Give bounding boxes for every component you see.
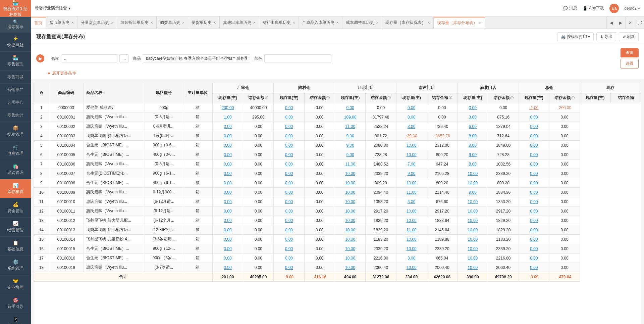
sidebar-item-retail-shop[interactable]: 零售商城 xyxy=(0,71,31,84)
warehouse-input[interactable] xyxy=(61,54,117,62)
table-cell[interactable]: 0.00 xyxy=(274,122,304,131)
tab-check[interactable]: 盘点单历史 ✕ xyxy=(46,17,77,29)
sidebar-item-nav[interactable]: ⚡ 快捷导航 xyxy=(0,33,31,52)
expand-toggle[interactable]: ▼ 展开更多条件 xyxy=(47,71,639,76)
table-cell[interactable]: 0.00 xyxy=(519,188,549,197)
table-cell[interactable]: 10.00 xyxy=(335,235,366,244)
user-name[interactable]: demo2 ▾ xyxy=(624,6,640,11)
settings-btn[interactable]: 设置 xyxy=(621,59,639,68)
table-cell[interactable]: 10.00 xyxy=(335,188,366,197)
table-cell[interactable]: 9.00 xyxy=(335,141,366,150)
table-cell[interactable]: 8.00 xyxy=(458,131,488,141)
table-cell[interactable]: 0.00 xyxy=(212,244,243,253)
table-cell[interactable]: 0.00 xyxy=(519,253,549,263)
expand-filter-btn[interactable]: ▶ xyxy=(36,54,44,62)
table-cell[interactable]: 0.00 xyxy=(212,253,243,263)
table-cell[interactable]: 0.00 xyxy=(212,216,243,225)
tab-prev-btn[interactable]: ◀ xyxy=(606,17,616,29)
table-cell[interactable]: 10.00 xyxy=(335,216,366,225)
table-cell[interactable]: 10.00 xyxy=(396,235,427,244)
message-btn[interactable]: 💬 消息 xyxy=(563,5,577,11)
th-settings[interactable]: ⚙ xyxy=(34,83,49,103)
table-cell[interactable]: 0.00 xyxy=(519,225,549,235)
sidebar-search[interactable]: 🔍 搜索英单 xyxy=(0,17,31,33)
table-cell[interactable]: 1.00 xyxy=(212,112,243,122)
table-cell[interactable]: 0.00 xyxy=(274,197,304,206)
table-cell[interactable]: 0.00 xyxy=(519,141,549,150)
table-cell[interactable]: 6.00 xyxy=(458,122,488,131)
table-cell[interactable]: 0.00 xyxy=(212,131,243,141)
table-cell[interactable]: 0.00 xyxy=(519,216,549,225)
table-cell[interactable]: 10.00 xyxy=(335,197,366,206)
goods-input[interactable] xyxy=(143,54,250,62)
table-cell[interactable]: 10.00 xyxy=(335,244,366,253)
search-btn[interactable]: 查询 xyxy=(621,48,639,57)
table-cell[interactable]: 0.00 xyxy=(212,235,243,244)
table-cell[interactable]: 10.00 xyxy=(396,263,427,272)
table-cell[interactable]: 0.00 xyxy=(212,197,243,206)
export-btn[interactable]: ⬇ 导出 xyxy=(596,32,616,41)
table-cell[interactable]: 10.00 xyxy=(396,178,427,188)
table-cell[interactable]: 0.00 xyxy=(274,188,304,197)
table-cell[interactable]: -1.00 xyxy=(519,103,549,112)
table-cell[interactable]: 0.00 xyxy=(274,169,304,178)
table-cell[interactable]: 10.00 xyxy=(396,244,427,253)
tab-stock-dist[interactable]: 现存量（库存分布表） ✕ xyxy=(434,17,485,29)
tab-divcheck[interactable]: 分量盘点单历史 ✕ xyxy=(77,17,117,29)
table-cell[interactable]: 11.00 xyxy=(396,225,427,235)
table-cell[interactable]: 10.00 xyxy=(458,235,488,244)
table-cell[interactable]: 10.00 xyxy=(458,216,488,225)
tab-close-requisition[interactable]: ✕ xyxy=(213,21,216,25)
table-cell[interactable]: 0.00 xyxy=(212,225,243,235)
table-cell[interactable]: 0.00 xyxy=(519,122,549,131)
table-cell[interactable]: 10.00 xyxy=(458,244,488,253)
user-avatar[interactable]: Ea xyxy=(609,4,619,13)
tab-close-stock-dist[interactable]: ✕ xyxy=(479,21,482,25)
tab-next-btn[interactable]: ▶ xyxy=(616,17,625,29)
sidebar-item-guide[interactable]: 🎯 新手引导 xyxy=(0,294,31,313)
table-cell[interactable]: 9.00 xyxy=(396,169,427,178)
table-cell[interactable]: 10.00 xyxy=(458,253,488,263)
tab-cost-adj[interactable]: 成本调整单历史 ✕ xyxy=(342,17,382,29)
table-cell[interactable]: 0.00 xyxy=(519,169,549,178)
table-cell[interactable]: 3.00 xyxy=(458,112,488,122)
tab-product-in[interactable]: 产成品入库单历史 ✕ xyxy=(299,17,342,29)
sidebar-item-retail-mgmt[interactable]: 🏪 零售管理 xyxy=(0,52,31,71)
table-cell[interactable]: 11.00 xyxy=(396,188,427,197)
warehouse-ellipsis-btn[interactable]: ... xyxy=(119,54,129,62)
table-cell[interactable]: 10.00 xyxy=(458,206,488,216)
table-cell[interactable]: 9.00 xyxy=(335,131,366,141)
tab-close-cost-adj[interactable]: ✕ xyxy=(376,21,378,25)
sidebar-item-ecommerce[interactable]: 🛒 电商管理 xyxy=(0,141,31,160)
table-cell[interactable]: 0.00 xyxy=(212,263,243,272)
table-cell[interactable]: 0.00 xyxy=(274,141,304,150)
sidebar-item-wholesale[interactable]: 📦 批发管理 xyxy=(0,122,31,141)
table-cell[interactable]: 0.00 xyxy=(212,150,243,159)
sidebar-item-finance[interactable]: 💰 资金管理 xyxy=(0,198,31,218)
table-cell[interactable]: 10.00 xyxy=(458,263,488,272)
table-cell[interactable]: 10.00 xyxy=(396,206,427,216)
table-cell[interactable]: 0.00 xyxy=(274,131,304,141)
table-cell[interactable]: 0.00 xyxy=(519,131,549,141)
table-cell[interactable]: 0.00 xyxy=(396,103,427,112)
sidebar-item-marketing[interactable]: 营销推广 xyxy=(0,84,31,96)
table-cell[interactable]: 0.00 xyxy=(274,178,304,188)
table-cell[interactable]: 0.00 xyxy=(274,103,304,112)
table-cell[interactable]: 0.00 xyxy=(458,103,488,112)
table-cell[interactable]: 0.00 xyxy=(274,244,304,253)
table-cell[interactable]: 0.00 xyxy=(274,263,304,272)
sidebar-item-members[interactable]: 会员中心 xyxy=(0,96,31,109)
tab-close-material-out[interactable]: ✕ xyxy=(292,21,295,25)
table-cell[interactable]: 5.00 xyxy=(396,197,427,206)
sidebar-item-corp[interactable]: 🤝 企业协同 xyxy=(0,275,31,294)
table-cell[interactable]: 0.00 xyxy=(519,159,549,169)
tab-close-assembly[interactable]: ✕ xyxy=(150,21,153,25)
tab-assembly[interactable]: 组装拆卸单历史 ✕ xyxy=(117,17,157,29)
tab-stock-status[interactable]: 现存量（库存状况表） ✕ xyxy=(382,17,434,29)
table-cell[interactable]: -39.00 xyxy=(396,131,427,141)
table-cell[interactable]: 11.00 xyxy=(335,122,366,131)
tab-close-check[interactable]: ✕ xyxy=(71,21,74,25)
table-cell[interactable]: 10.00 xyxy=(458,169,488,178)
table-cell[interactable]: 10.00 xyxy=(335,206,366,216)
table-cell[interactable]: 0.00 xyxy=(274,253,304,263)
